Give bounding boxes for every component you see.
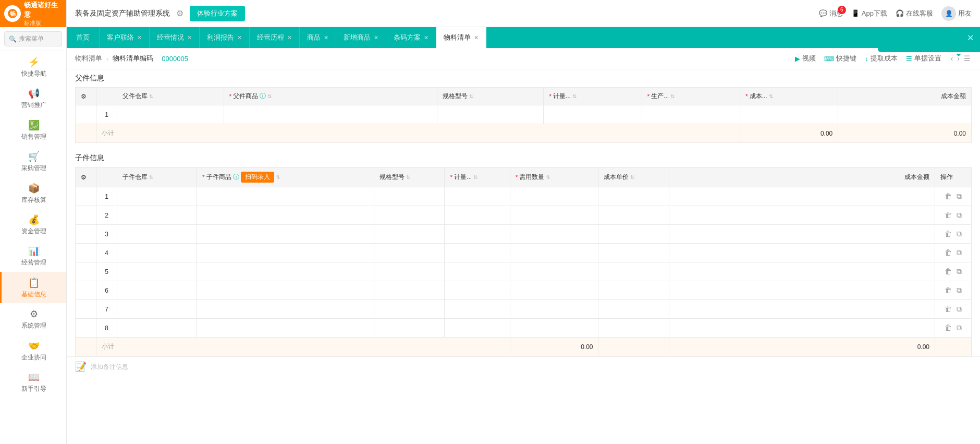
global-close-icon[interactable]: ✕ (961, 33, 980, 43)
child-row1-warehouse[interactable] (117, 187, 197, 206)
cost-sort-icon[interactable]: ⇅ (769, 93, 773, 99)
tab-customer[interactable]: 客户联络 ✕ (100, 27, 150, 48)
tab-barcode[interactable]: 条码方案 ✕ (386, 27, 436, 48)
tab-product[interactable]: 商品 ✕ (300, 27, 336, 48)
parent-row-production[interactable] (642, 105, 740, 124)
child-row3-qty[interactable] (510, 225, 598, 244)
parent-row-spec[interactable] (437, 105, 544, 124)
parent-row-unit[interactable] (544, 105, 642, 124)
video-action[interactable]: ▶ 视频 (795, 54, 816, 63)
nav-menu-icon[interactable]: ☰ (963, 53, 972, 64)
child-row5-spec[interactable] (374, 262, 445, 281)
child-row8-unit[interactable] (445, 319, 510, 338)
child-row4-warehouse[interactable] (117, 244, 197, 262)
online-service-action[interactable]: 🎧 在线客服 (896, 9, 933, 18)
child-row3-unit[interactable] (445, 225, 510, 244)
child-row7-warehouse[interactable] (117, 300, 197, 319)
delete-icon[interactable]: 🗑 (945, 192, 952, 200)
parent-row-warehouse[interactable] (117, 105, 224, 124)
child-row7-unit-price[interactable] (598, 300, 669, 319)
child-row8-product[interactable] (197, 319, 374, 338)
sidebar-item-marketing[interactable]: 📢 营销推广 (0, 82, 66, 114)
tab-new-product[interactable]: 新增商品 ✕ (336, 27, 386, 48)
copy-icon[interactable]: ⧉ (957, 267, 962, 275)
delete-icon[interactable]: 🗑 (945, 248, 952, 257)
copy-icon[interactable]: ⧉ (957, 323, 962, 332)
scan-input-button[interactable]: 扫码录入 (241, 172, 274, 183)
child-row3-product[interactable] (197, 225, 374, 244)
sidebar-item-guide[interactable]: 📖 新手引导 (0, 366, 66, 398)
child-row4-unit-price[interactable] (598, 244, 669, 262)
tab-barcode-close[interactable]: ✕ (424, 34, 428, 41)
notes-hint[interactable]: 添加备注信息 (91, 363, 128, 371)
child-row1-qty[interactable] (510, 187, 598, 206)
child-row8-spec[interactable] (374, 319, 445, 338)
child-row8-qty[interactable] (510, 319, 598, 338)
delete-icon[interactable]: 🗑 (945, 230, 952, 238)
child-row5-unit[interactable] (445, 262, 510, 281)
child-row6-spec[interactable] (374, 281, 445, 300)
delete-icon[interactable]: 🗑 (945, 323, 952, 332)
copy-icon[interactable]: ⧉ (957, 248, 962, 257)
copy-icon[interactable]: ⧉ (957, 192, 962, 200)
sidebar-item-enterprise[interactable]: 🤝 企业协同 (0, 335, 66, 366)
sidebar-item-sales[interactable]: 💹 销售管理 (0, 114, 66, 146)
parent-row-product[interactable] (224, 105, 437, 124)
tab-new-product-close[interactable]: ✕ (374, 34, 378, 41)
child-row5-product[interactable] (197, 262, 374, 281)
child-row2-unit[interactable] (445, 206, 510, 225)
copy-icon[interactable]: ⧉ (957, 286, 962, 294)
unit-sort-icon[interactable]: ⇅ (572, 93, 577, 99)
delete-icon[interactable]: 🗑 (945, 267, 952, 275)
info-icon[interactable]: ⓘ (260, 92, 266, 101)
tab-customer-close[interactable]: ✕ (137, 34, 142, 41)
child-row4-qty[interactable] (510, 244, 598, 262)
child-col-settings[interactable]: ⚙ (76, 167, 96, 187)
child-row2-warehouse[interactable] (117, 206, 197, 225)
child-row1-product[interactable] (197, 187, 374, 206)
sidebar-item-system[interactable]: ⚙ 系统管理 (0, 303, 66, 334)
child-row4-product[interactable] (197, 244, 374, 262)
single-settings-action[interactable]: ☰ 单据设置 (906, 54, 941, 63)
child-row5-warehouse[interactable] (117, 262, 197, 281)
delete-icon[interactable]: 🗑 (945, 211, 952, 219)
settings-icon[interactable]: ⚙ (176, 8, 183, 18)
tab-profit[interactable]: 利润报告 ✕ (200, 27, 250, 48)
child-row6-unit-price[interactable] (598, 281, 669, 300)
child-unit-sort[interactable]: ⇅ (473, 174, 477, 180)
child-product-sort[interactable]: ⇅ (276, 174, 280, 180)
spec-sort-icon[interactable]: ⇅ (469, 93, 473, 99)
sidebar-item-inventory[interactable]: 📦 库存核算 (0, 177, 66, 209)
experience-button[interactable]: 体验行业方案 (190, 6, 245, 21)
child-row3-spec[interactable] (374, 225, 445, 244)
child-row7-qty[interactable] (510, 300, 598, 319)
sidebar-item-basic-info[interactable]: 📋 基础信息 (0, 272, 66, 303)
warehouse-sort-icon[interactable]: ⇅ (149, 93, 153, 99)
extract-cost-action[interactable]: ↓ 提取成本 (865, 54, 898, 63)
child-row1-spec[interactable] (374, 187, 445, 206)
tab-product-close[interactable]: ✕ (324, 34, 328, 41)
user-action[interactable]: 👤 用友 (941, 6, 972, 21)
tab-bom[interactable]: 物料清单 ✕ (436, 27, 486, 48)
child-row2-unit-price[interactable] (598, 206, 669, 225)
sidebar-item-business[interactable]: 📊 经营管理 (0, 240, 66, 271)
child-spec-sort[interactable]: ⇅ (406, 174, 410, 180)
child-row8-warehouse[interactable] (117, 319, 197, 338)
child-row3-warehouse[interactable] (117, 225, 197, 244)
shortcut-action[interactable]: ⌨ 快捷键 (824, 54, 856, 63)
child-row5-unit-price[interactable] (598, 262, 669, 281)
prod-sort-icon[interactable]: ⇅ (670, 93, 675, 99)
child-row2-qty[interactable] (510, 206, 598, 225)
app-download-action[interactable]: 📱 App下载 (851, 9, 887, 18)
child-row7-product[interactable] (197, 300, 374, 319)
sidebar-item-purchase[interactable]: 🛒 采购管理 (0, 146, 66, 177)
copy-icon[interactable]: ⧉ (957, 305, 962, 313)
child-row6-unit[interactable] (445, 281, 510, 300)
child-qty-sort[interactable]: ⇅ (546, 174, 550, 180)
copy-icon[interactable]: ⧉ (957, 230, 962, 238)
child-row6-warehouse[interactable] (117, 281, 197, 300)
child-row1-unit[interactable] (445, 187, 510, 206)
child-row6-product[interactable] (197, 281, 374, 300)
product-sort-icon[interactable]: ⇅ (267, 93, 272, 99)
copy-icon[interactable]: ⧉ (957, 211, 962, 219)
